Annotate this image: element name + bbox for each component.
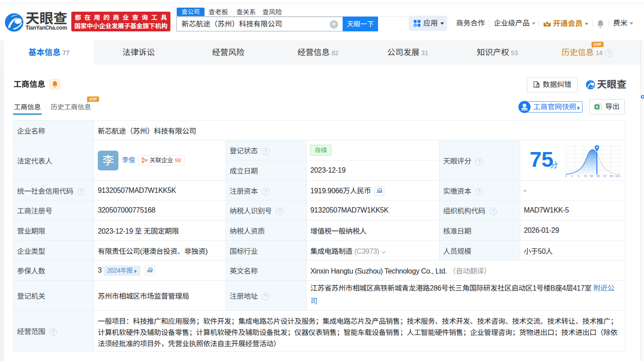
- svg-text:15: 15: [583, 174, 587, 178]
- svg-text:0: 0: [565, 174, 567, 178]
- svg-text:50: 50: [590, 174, 593, 178]
- svg-text:85: 85: [596, 174, 600, 178]
- svg-text:99: 99: [609, 174, 613, 178]
- svg-text:3: 3: [578, 174, 579, 178]
- svg-text:97: 97: [603, 174, 607, 178]
- svg-text:100: 100: [615, 174, 620, 178]
- svg-text:1: 1: [571, 174, 573, 178]
